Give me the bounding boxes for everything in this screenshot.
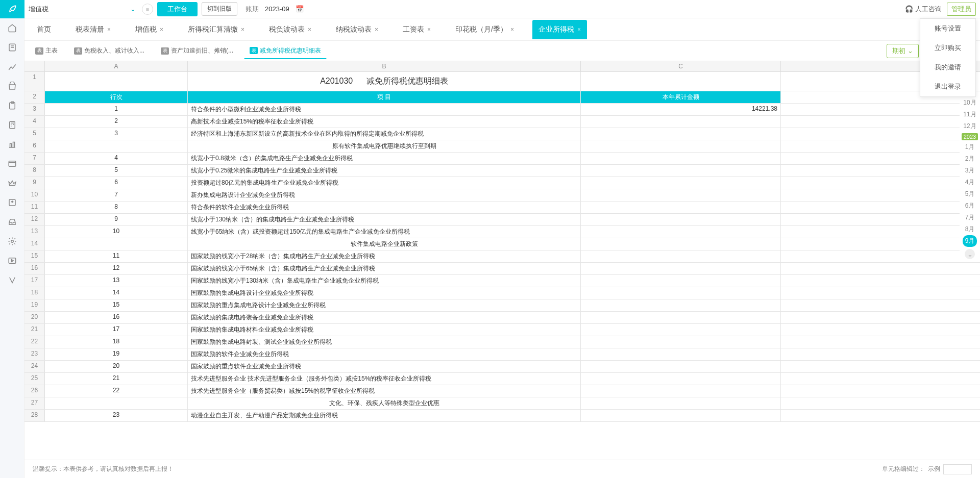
- close-icon[interactable]: ×: [241, 26, 244, 33]
- month-item[interactable]: 4月: [960, 177, 980, 188]
- cell-amount[interactable]: [581, 410, 781, 421]
- rail-export-icon[interactable]: [0, 193, 24, 212]
- sub-tab[interactable]: 表减免所得税优惠明细表: [244, 43, 327, 59]
- cell-item[interactable]: 线宽小于65纳米（含）或投资额超过150亿元的集成电路生产企业减免企业所得税: [188, 226, 581, 238]
- cell-seq[interactable]: 22: [45, 385, 188, 397]
- cell-amount[interactable]: [581, 238, 781, 250]
- col-header[interactable]: B: [188, 61, 581, 71]
- row-number[interactable]: 21: [24, 324, 45, 336]
- cell-seq[interactable]: 6: [45, 177, 188, 189]
- cell-seq[interactable]: 21: [45, 373, 188, 385]
- month-item[interactable]: 9月: [963, 235, 977, 247]
- cell-item[interactable]: 符合条件的小型微利企业减免企业所得税: [188, 104, 581, 115]
- cell-item[interactable]: 高新技术企业减按15%的税率征收企业所得税: [188, 116, 581, 128]
- row-number[interactable]: 20: [24, 312, 45, 323]
- close-icon[interactable]: ×: [107, 26, 111, 33]
- row-number[interactable]: 22: [24, 336, 45, 348]
- row-number[interactable]: 13: [24, 226, 45, 238]
- tax-type-dropdown[interactable]: 增值税 ⌄: [29, 5, 136, 14]
- month-item[interactable]: 11月: [960, 109, 980, 120]
- cell-amount[interactable]: [581, 397, 781, 409]
- close-icon[interactable]: ×: [510, 26, 514, 33]
- cell-amount[interactable]: [581, 116, 781, 128]
- cell-seq[interactable]: 19: [45, 348, 188, 360]
- cell-item[interactable]: 动漫企业自主开发、生产动漫产品定期减免企业所得税: [188, 410, 581, 421]
- close-icon[interactable]: ×: [577, 26, 581, 33]
- month-item[interactable]: 12月: [960, 120, 980, 132]
- main-tab[interactable]: 所得税汇算清缴×: [182, 20, 251, 39]
- row-number[interactable]: 5: [24, 128, 45, 140]
- cell-seq[interactable]: 9: [45, 214, 188, 225]
- rail-board-icon[interactable]: [0, 154, 24, 173]
- row-number[interactable]: 26: [24, 385, 45, 397]
- cell-item[interactable]: 国家鼓励的线宽小于130纳米（含）集成电路生产企业减免企业所得税: [188, 275, 581, 287]
- cell-amount[interactable]: [581, 336, 781, 348]
- cell-item[interactable]: 国家鼓励的线宽小于28纳米（含）集成电路生产企业减免企业所得税: [188, 250, 581, 262]
- cell-seq[interactable]: 18: [45, 336, 188, 348]
- row-number[interactable]: 8: [24, 165, 45, 177]
- main-tab[interactable]: 企业所得税×: [532, 20, 587, 39]
- cell-item[interactable]: 国家鼓励的重点集成电路设计企业减免企业所得税: [188, 299, 581, 311]
- cell-seq[interactable]: 8: [45, 202, 188, 213]
- cell-item[interactable]: 原有软件集成电路优惠继续执行至到期: [188, 140, 581, 152]
- rail-play-icon[interactable]: [0, 251, 24, 270]
- admin-button[interactable]: 管理员: [947, 3, 976, 16]
- cell-amount[interactable]: [581, 250, 781, 262]
- row-number[interactable]: 27: [24, 397, 45, 409]
- row-number[interactable]: 6: [24, 140, 45, 152]
- month-item[interactable]: 5月: [960, 188, 980, 200]
- cell-amount[interactable]: [581, 226, 781, 238]
- rail-chart-icon[interactable]: [0, 57, 24, 77]
- rail-v-icon[interactable]: [0, 270, 24, 290]
- cell-seq[interactable]: 15: [45, 299, 188, 311]
- rail-clipboard-icon[interactable]: [0, 96, 24, 115]
- month-item[interactable]: 7月: [960, 212, 980, 223]
- cell-seq[interactable]: 12: [45, 263, 188, 274]
- spreadsheet[interactable]: ABC 1 A201030 减免所得税优惠明细表 2 行次 项 目 本年累计金额…: [24, 61, 980, 460]
- cell-item[interactable]: 经济特区和上海浦东新区新设立的高新技术企业在区内取得的所得定期减免企业所得税: [188, 128, 581, 140]
- main-tab[interactable]: 税负波动表×: [263, 20, 317, 39]
- sub-tab[interactable]: 表主表: [30, 43, 63, 59]
- rail-bag-icon[interactable]: [0, 77, 24, 96]
- consult-link[interactable]: 🎧 人工咨询: [905, 5, 942, 14]
- rail-inbox-icon[interactable]: [0, 212, 24, 232]
- cell-seq[interactable]: 7: [45, 189, 188, 201]
- rail-build-icon[interactable]: [0, 135, 24, 154]
- cell-seq[interactable]: 13: [45, 275, 188, 287]
- month-item[interactable]: 2月: [960, 153, 980, 165]
- cell-item[interactable]: 国家鼓励的集成电路封装、测试企业减免企业所得税: [188, 336, 581, 348]
- cell-item[interactable]: 投资额超过80亿元的集成电路生产企业减免企业所得税: [188, 177, 581, 189]
- cell-item[interactable]: 国家鼓励的集成电路材料企业减免企业所得税: [188, 324, 581, 336]
- cell-amount[interactable]: [581, 202, 781, 213]
- row-number[interactable]: 23: [24, 348, 45, 360]
- cell-item[interactable]: 国家鼓励的重点软件企业减免企业所得税: [188, 361, 581, 372]
- admin-menu-item[interactable]: 退出登录: [920, 77, 975, 96]
- cell-amount[interactable]: [581, 189, 781, 201]
- col-header[interactable]: A: [45, 61, 188, 71]
- cell-seq[interactable]: 3: [45, 128, 188, 140]
- rail-home-icon[interactable]: [0, 18, 24, 38]
- cell-item[interactable]: 线宽小于130纳米（含）的集成电路生产企业减免企业所得税: [188, 214, 581, 225]
- cell-amount[interactable]: [581, 348, 781, 360]
- row-number[interactable]: 12: [24, 214, 45, 225]
- cell-seq[interactable]: 5: [45, 165, 188, 177]
- cell-amount[interactable]: [581, 275, 781, 287]
- cell-item[interactable]: 国家鼓励的线宽小于65纳米（含）集成电路生产企业减免企业所得税: [188, 263, 581, 274]
- list-icon[interactable]: ≡: [142, 4, 153, 15]
- main-tab[interactable]: 工资表×: [397, 20, 437, 39]
- cell-seq[interactable]: 14: [45, 287, 188, 299]
- main-tab[interactable]: 首页: [31, 20, 57, 39]
- row-number[interactable]: 19: [24, 299, 45, 311]
- cell-seq[interactable]: 10: [45, 226, 188, 238]
- month-item[interactable]: 1月: [960, 141, 980, 153]
- cell-item[interactable]: 线宽小于0.25微米的集成电路生产企业减免企业所得税: [188, 165, 581, 177]
- cell-seq[interactable]: 20: [45, 361, 188, 372]
- main-tab[interactable]: 增值税×: [129, 20, 169, 39]
- main-tab[interactable]: 纳税波动表×: [330, 20, 384, 39]
- cell-item[interactable]: 国家鼓励的集成电路装备企业减免企业所得税: [188, 312, 581, 323]
- cell-item[interactable]: 技术先进型服务企业 技术先进型服务企业（服务外包类）减按15%的税率征收企业所得…: [188, 373, 581, 385]
- cell-amount[interactable]: [581, 153, 781, 164]
- cell-seq[interactable]: [45, 238, 188, 250]
- sub-tab[interactable]: 表资产加速折旧、摊销(...: [155, 43, 239, 59]
- calendar-icon[interactable]: 📅: [296, 5, 304, 13]
